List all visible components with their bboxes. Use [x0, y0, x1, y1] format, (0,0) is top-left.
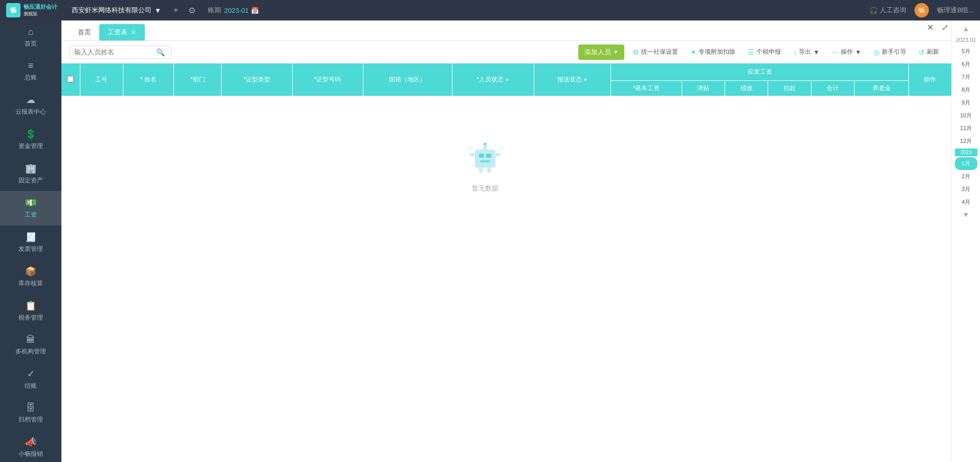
sidebar-label-closing: 结账 [25, 382, 37, 390]
period-value[interactable]: 2023-01 [224, 7, 249, 14]
month-9[interactable]: 9月 [955, 96, 977, 109]
company-selector[interactable]: 西安虾米网络科技有限公司 ▼ [68, 4, 165, 17]
expand-panel-button[interactable]: ⤢ [940, 22, 950, 33]
operations-button[interactable]: ⋯ 操作 ▼ [827, 46, 865, 58]
tab-payroll[interactable]: 工资表 ✕ [99, 24, 145, 40]
th-payable-wages: 应发工资 [611, 64, 909, 81]
user-avatar: 畅 [914, 3, 929, 17]
sidebar-item-invoice[interactable]: 🧾 发票管理 [0, 225, 61, 260]
app-logo: 畅 畅应通好会计 旗舰版 [6, 3, 68, 17]
month-8[interactable]: 8月 [955, 83, 977, 96]
th-performance: 绩效 [725, 81, 768, 96]
settings-button[interactable]: ⚙ [186, 4, 198, 17]
month-5[interactable]: 5月 [955, 45, 977, 58]
operations-icon: ⋯ [832, 48, 839, 56]
sidebar-item-tax[interactable]: 📋 税务管理 [0, 294, 61, 328]
special-deduction-button[interactable]: ✦ 专项附加扣除 [686, 46, 739, 58]
toolbar: 🔍 添加人员 ▼ ⚙ 统一社保设置 ✦ 专项附加扣除 ☰ 个税申报 ↓ 导出 [61, 41, 951, 64]
month-3[interactable]: 3月 [955, 183, 977, 196]
th-report-status[interactable]: 报送状态 [534, 64, 611, 96]
svg-rect-3 [480, 160, 490, 162]
svg-rect-0 [475, 150, 495, 167]
sidebar-item-cloud-report[interactable]: ☁ 云报表中心 [0, 88, 61, 122]
guide-button[interactable]: ◎ 新手引导 [869, 46, 910, 58]
tax-report-button[interactable]: ☰ 个税申报 [744, 46, 785, 58]
sidebar-item-inventory[interactable]: 📦 库存核算 [0, 260, 61, 294]
tab-home[interactable]: 首页 [70, 24, 99, 40]
sidebar-item-home[interactable]: ⌂ 首页 [0, 20, 61, 54]
tab-payroll-close[interactable]: ✕ [130, 29, 137, 36]
invoice-icon: 🧾 [25, 232, 36, 243]
month-10[interactable]: 10月 [955, 109, 977, 122]
th-employee-id[interactable]: 工号 [80, 64, 123, 96]
th-nationality: 国籍（地区） [363, 64, 452, 96]
th-employee-status[interactable]: *人员状态 [452, 64, 534, 96]
sidebar-label-multi-org: 多机构管理 [15, 347, 46, 356]
right-date-panel: ▲ 2023.01 5月 6月 7月 8月 9月 10月 11月 12月 202… [951, 20, 980, 462]
month-2[interactable]: 2月 [955, 170, 977, 183]
export-icon: ↓ [793, 48, 797, 56]
month-11[interactable]: 11月 [955, 122, 977, 135]
table-container: 工号 * 姓名 *部门 *证型类型 *证型号码 国籍（地区） *人员状态 报送状… [61, 64, 951, 462]
refresh-button[interactable]: ↺ 刷新 [914, 46, 943, 58]
operations-label: 操作 [841, 48, 853, 56]
sidebar-item-fixed-assets[interactable]: 🏢 固定资产 [0, 157, 61, 191]
guide-label: 新手引导 [882, 48, 906, 56]
add-button[interactable]: + [171, 4, 180, 17]
human-service-label: 人工咨询 [880, 6, 906, 15]
svg-line-10 [467, 147, 472, 150]
sidebar-label-fixed-assets: 固定资产 [18, 176, 43, 185]
month-6[interactable]: 6月 [955, 58, 977, 71]
svg-line-11 [498, 147, 503, 150]
sidebar-item-multi-org[interactable]: 🏛 多机构管理 [0, 328, 61, 362]
export-chevron: ▼ [813, 49, 819, 56]
multi-org-icon: 🏛 [26, 334, 35, 345]
sidebar-label-tax: 税务管理 [18, 313, 43, 322]
th-cert-type: *证型类型 [222, 64, 292, 96]
social-insurance-button[interactable]: ⚙ 统一社保设置 [628, 46, 682, 58]
close-panel-button[interactable]: ✕ [925, 22, 935, 33]
add-person-label: 添加人员 [584, 48, 611, 57]
tax-report-icon: ☰ [748, 48, 754, 56]
date-nav-up[interactable]: ▲ [961, 23, 972, 35]
th-department: *部门 [174, 64, 222, 96]
month-12[interactable]: 12月 [955, 135, 977, 148]
headset-icon: 🎧 [869, 7, 878, 14]
calendar-icon[interactable]: 📅 [251, 7, 259, 14]
sidebar-label-inventory: 库存核算 [18, 279, 43, 288]
logo-icon: 畅 [6, 3, 20, 17]
sidebar-item-closing[interactable]: ✓ 结账 [0, 362, 61, 396]
user-name[interactable]: 畅理通B组... [937, 6, 974, 15]
svg-rect-7 [495, 153, 500, 156]
select-all-checkbox[interactable] [67, 76, 74, 82]
sidebar-item-expense[interactable]: 📣 小畅报销 [0, 430, 61, 462]
th-base-salary: *基本工资 [611, 81, 682, 96]
export-button[interactable]: ↓ 导出 ▼ [789, 46, 823, 58]
company-name: 西安虾米网络科技有限公司 [72, 6, 151, 15]
add-person-button[interactable]: 添加人员 ▼ [578, 45, 624, 60]
content-area: 首页 工资表 ✕ 🔍 添加人员 ▼ ⚙ 统一社保设置 ✦ [61, 20, 951, 462]
svg-rect-6 [470, 153, 475, 156]
th-name[interactable]: * 姓名 [123, 64, 173, 96]
month-4[interactable]: 4月 [955, 196, 977, 208]
date-nav-down[interactable]: ▼ [961, 208, 972, 221]
header-right: 🎧 人工咨询 畅 畅理通B组... [869, 3, 974, 17]
expense-icon: 📣 [25, 436, 36, 448]
search-input[interactable] [74, 48, 156, 56]
human-service-button[interactable]: 🎧 人工咨询 [869, 6, 906, 15]
th-allowance: 津贴 [682, 81, 725, 96]
inventory-icon: 📦 [25, 266, 36, 277]
sidebar-item-funds[interactable]: 💲 资金管理 [0, 122, 61, 157]
year-badge-2023[interactable]: 2023 [955, 149, 977, 156]
sidebar-item-archive[interactable]: 🗄 归档管理 [0, 396, 61, 430]
period-label: 账期 [208, 6, 221, 15]
th-checkbox[interactable] [61, 64, 80, 96]
app-edition: 旗舰版 [24, 11, 57, 17]
sidebar-item-ledger[interactable]: ≡ 总账 [0, 54, 61, 88]
guide-toolbar-icon: ◎ [874, 48, 880, 56]
month-1[interactable]: 1月 [955, 157, 977, 170]
sidebar-label-invoice: 发票管理 [18, 245, 43, 254]
sidebar-item-payroll[interactable]: 💵 工资 [0, 191, 61, 225]
month-7[interactable]: 7月 [955, 71, 977, 83]
window-controls: ✕ ⤢ [925, 22, 950, 33]
